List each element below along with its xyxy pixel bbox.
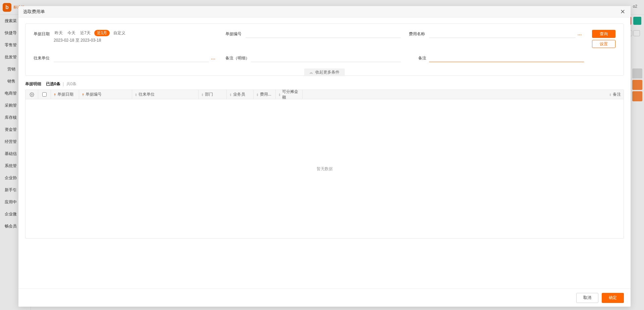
sort-icon: ▲▼: [229, 93, 232, 96]
select-all-checkbox[interactable]: [42, 92, 47, 97]
col-header-dept[interactable]: ▲▼ 部门: [199, 90, 227, 99]
col-label: 备注: [613, 92, 621, 97]
close-icon[interactable]: ✕: [619, 8, 626, 15]
party-input[interactable]: [54, 54, 209, 62]
sort-icon: ▲▼: [278, 93, 281, 96]
gear-icon: [30, 92, 34, 97]
grid-horizontal-scrollbar[interactable]: [25, 239, 624, 244]
col-header-amount[interactable]: ▲▼ 可分摊金额: [276, 90, 303, 99]
date-chip-1m[interactable]: 近1月: [94, 30, 110, 36]
select-all-checkbox-cell: [38, 90, 51, 99]
col-label: 单据日期: [57, 92, 73, 97]
sort-icon: ▲▼: [201, 93, 204, 96]
date-quick-picks: 昨天 今天 近7天 近1月 自定义: [54, 30, 217, 36]
date-chip-yesterday[interactable]: 昨天: [54, 30, 64, 36]
remark-detail-input[interactable]: [251, 54, 400, 62]
confirm-button[interactable]: 确定: [602, 293, 624, 303]
fee-name-input[interactable]: [429, 30, 576, 38]
filter-label-date: 单据日期: [34, 30, 54, 37]
modal-footer: 取消 确定: [18, 289, 631, 307]
col-label: 部门: [205, 92, 213, 97]
cancel-button[interactable]: 取消: [576, 293, 598, 303]
svg-point-0: [31, 94, 33, 95]
column-settings-button[interactable]: [25, 90, 38, 99]
remark-input[interactable]: [429, 54, 584, 62]
table-section-header: 单据明细 已选0条 | 共0条: [25, 81, 624, 87]
date-chip-7d[interactable]: 近7天: [79, 30, 92, 36]
grid-header: ▲▼ 单据日期 ▲▼ 单据编号 ▲▼ 往来单位 ▲▼ 部门: [25, 90, 624, 99]
col-header-remark[interactable]: ▲▼ 备注: [303, 90, 624, 99]
sort-icon: ▲▼: [609, 93, 611, 96]
sort-icon: ▲▼: [54, 93, 56, 96]
sort-icon: ▲▼: [82, 93, 84, 96]
col-header-fee[interactable]: ▲▼ 费用...: [254, 90, 276, 99]
table-selection-info: 已选0条 | 共0条: [46, 81, 76, 87]
col-label: 费用...: [260, 92, 271, 97]
col-header-staff[interactable]: ▲▼ 业务员: [227, 90, 254, 99]
settings-button[interactable]: 设置: [592, 40, 615, 48]
doc-no-input[interactable]: [246, 30, 400, 38]
fee-name-picker-icon[interactable]: ...: [576, 32, 584, 36]
col-header-unit[interactable]: ▲▼ 往来单位: [132, 90, 199, 99]
date-range-text: 2023-02-18 至 2023-03-18: [54, 38, 217, 43]
collapse-filters-button[interactable]: ︽ 收起更多条件: [304, 68, 345, 76]
col-label: 单据编号: [86, 92, 102, 97]
col-label: 业务员: [233, 92, 245, 97]
modal-header: 选取费用单 ✕: [18, 6, 631, 17]
col-header-no[interactable]: ▲▼ 单据编号: [79, 90, 132, 99]
table-section: 单据明细 已选0条 | 共0条 ▲▼ 单据日期: [25, 81, 624, 244]
modal-body: 单据日期 昨天 今天 近7天 近1月 自定义 2023-02-18 至 2023…: [18, 17, 631, 289]
date-chip-custom[interactable]: 自定义: [112, 30, 126, 36]
collapse-label: 收起更多条件: [315, 70, 339, 74]
sort-icon: ▲▼: [135, 93, 137, 96]
grid-body-empty: 暂无数据: [25, 99, 624, 238]
query-button[interactable]: 查询: [592, 30, 615, 38]
col-label: 可分摊金额: [282, 89, 300, 100]
filter-label-fee-name: 费用名称: [409, 30, 429, 37]
date-chip-today[interactable]: 今天: [66, 30, 76, 36]
filter-label-remark: 备注: [409, 54, 429, 61]
modal-title: 选取费用单: [23, 9, 45, 15]
party-picker-icon[interactable]: ...: [209, 56, 217, 60]
filter-label-remark-detail: 备注（明细）: [225, 54, 251, 61]
chevron-up-icon: ︽: [310, 70, 313, 74]
data-grid: ▲▼ 单据日期 ▲▼ 单据编号 ▲▼ 往来单位 ▲▼ 部门: [25, 90, 624, 239]
sort-icon: ▲▼: [256, 93, 259, 96]
filter-label-party: 往来单位: [34, 54, 54, 61]
empty-text: 暂无数据: [317, 166, 333, 172]
table-section-title: 单据明细: [25, 81, 41, 87]
select-fee-modal: 选取费用单 ✕ 单据日期 昨天 今天 近7天 近1月 自定义: [18, 6, 631, 307]
filter-label-docno: 单据编号: [225, 30, 246, 37]
col-header-date[interactable]: ▲▼ 单据日期: [51, 90, 79, 99]
filter-panel: 单据日期 昨天 今天 近7天 近1月 自定义 2023-02-18 至 2023…: [25, 23, 624, 76]
col-label: 往来单位: [139, 92, 155, 97]
